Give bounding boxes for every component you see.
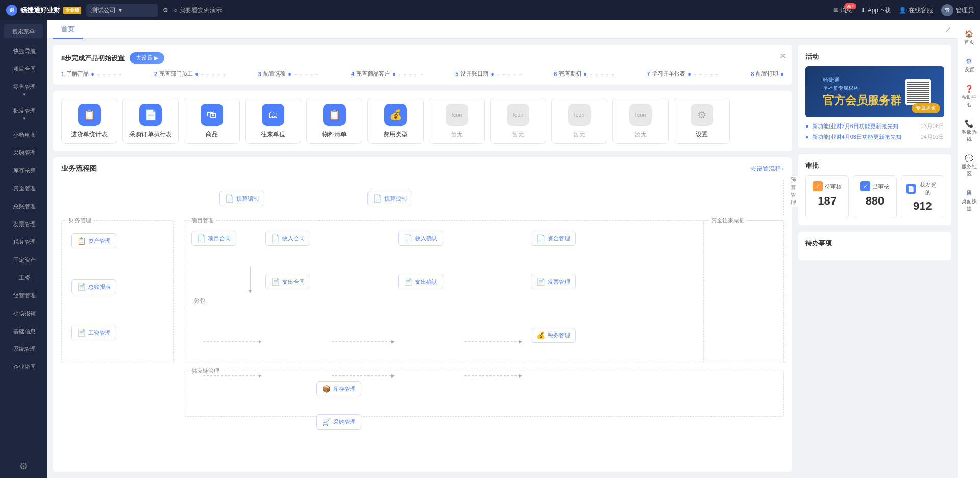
activity-banner: 畅捷通 享社群专属权益 官方会员服务群 专属通道: [805, 66, 944, 117]
sidebar-search-area: 搜索菜单: [0, 20, 47, 42]
setup-step-3[interactable]: 3 配置选项 ●: [258, 70, 291, 78]
quick-item-expense-type[interactable]: 💰 费用类型: [368, 98, 424, 144]
news-date-1: 03月06日: [921, 122, 944, 130]
purchase-mgmt-node[interactable]: 🛒 采购管理: [316, 414, 361, 430]
quick-item-partner[interactable]: 🗂 往来单位: [245, 98, 301, 144]
sidebar-label-ops: 经营管理: [13, 292, 36, 299]
sidebar-item-salary[interactable]: 工资: [0, 269, 47, 287]
step-label-7: 学习开单报表: [652, 70, 685, 78]
quick-item-placeholder4[interactable]: Icon 暂无: [612, 98, 669, 144]
app-download-button[interactable]: ⬇ App下载: [861, 6, 891, 15]
approval-pending[interactable]: ✓ 待审核 187: [805, 175, 849, 218]
quick-item-purchase-order[interactable]: 📄 采购订单执行表: [122, 98, 179, 144]
setup-step-4[interactable]: 4 完善商品客户 ●: [351, 70, 396, 78]
banner-cta-button[interactable]: 专属通道: [912, 103, 940, 113]
flow-settings-link[interactable]: 去设置流程 ›: [750, 165, 784, 173]
sidebar-item-retail[interactable]: 零售管理 ▾: [0, 78, 47, 102]
setup-step-6[interactable]: 6 完善期初 ●: [554, 70, 587, 78]
budget-section: 预算管理: [783, 180, 784, 215]
user-menu[interactable]: 管 管理员: [941, 4, 974, 16]
project-contract-node[interactable]: 📄 项目合同: [191, 231, 236, 246]
sidebar-item-expense[interactable]: 小畅报销: [0, 305, 47, 322]
tab-expand-button[interactable]: ⤢: [945, 24, 951, 34]
sidebar-settings-button[interactable]: ⚙: [0, 455, 47, 478]
banner-big: 官方会员服务群: [823, 93, 901, 108]
sidebar-item-ledger[interactable]: 总账管理: [0, 197, 47, 215]
sidebar-item-tax[interactable]: 税务管理: [0, 233, 47, 251]
setup-btn-arrow: ▶: [154, 55, 158, 61]
setup-step-7[interactable]: 7 学习开单报表 ●: [647, 70, 691, 78]
salary-mgmt-icon: 📄: [77, 329, 86, 337]
asset-mgmt-node[interactable]: 📋 资产管理: [71, 233, 116, 248]
sidebar-item-invoice[interactable]: 发票管理: [0, 215, 47, 233]
quick-item-placeholder1[interactable]: Icon 暂无: [429, 98, 485, 144]
budget-control-node[interactable]: 📄 预算控制: [368, 191, 412, 206]
right-nav-service[interactable]: 📞 客服热线: [958, 114, 980, 148]
setup-step-8[interactable]: 8 配置打印 ●: [751, 70, 784, 78]
right-nav-community[interactable]: 💬 服务社区: [958, 149, 980, 183]
sidebar-item-ops[interactable]: 经营管理: [0, 287, 47, 305]
right-nav-desktop[interactable]: 🖥 桌面快捷: [958, 184, 980, 217]
quick-item-stock-report[interactable]: 📋 进货单统计表: [61, 98, 117, 144]
setup-go-button[interactable]: 去设置 ▶: [130, 52, 164, 64]
messages-badge: 99+: [844, 3, 856, 9]
sidebar-item-finance[interactable]: 资金管理: [0, 180, 47, 197]
step-dot-6: - - - - -: [590, 71, 644, 77]
salary-mgmt-node[interactable]: 📄 工资管理: [71, 325, 116, 340]
setup-step-5[interactable]: 5 设开账日期 ●: [455, 70, 494, 78]
sidebar-item-inventory[interactable]: 库存核算: [0, 162, 47, 180]
income-confirm-node[interactable]: 📄 收入确认: [398, 231, 443, 246]
message-icon: ✉: [833, 7, 838, 14]
income-contract-node[interactable]: 📄 收入合同: [265, 231, 310, 246]
approval-initiated[interactable]: 📄 我发起的 912: [901, 175, 944, 218]
sidebar-item-fixed-assets[interactable]: 固定资产: [0, 251, 47, 269]
setup-close-button[interactable]: ✕: [779, 51, 786, 61]
setup-step-1[interactable]: 1 了解产品 ●: [61, 70, 94, 78]
inventory-mgmt-node[interactable]: 📦 库存管理: [316, 381, 361, 396]
search-menu-button[interactable]: 搜索菜单: [4, 24, 43, 38]
online-service-button[interactable]: 👤 在线客服: [899, 6, 933, 15]
quick-item-placeholder3[interactable]: Icon 暂无: [551, 98, 607, 144]
approval-approved[interactable]: ✓ 已审核 880: [853, 175, 896, 218]
right-nav-settings[interactable]: ⚙ 设置: [958, 52, 980, 79]
sidebar-item-enterprise[interactable]: 企业协同: [0, 358, 47, 376]
sidebar-item-ecommerce[interactable]: 小畅电商: [0, 126, 47, 144]
sidebar-item-system[interactable]: 系统管理: [0, 340, 47, 358]
company-selector[interactable]: 测试公司 ▾: [86, 4, 158, 17]
quick-item-settings[interactable]: ⚙ 设置: [674, 98, 730, 144]
news-date-2: 04月03日: [921, 133, 944, 141]
tax-mgmt-node[interactable]: 💰 税务管理: [531, 328, 576, 343]
news-item-1[interactable]: ● 新功能|业财3月6日功能更新抢先知 03月06日: [805, 122, 944, 130]
setup-step-2[interactable]: 2 完善部门员工 ●: [154, 70, 199, 78]
right-nav-help[interactable]: ❓ 帮助中心: [958, 80, 980, 113]
right-nav-home[interactable]: 🏠 首页: [958, 24, 980, 51]
ledger-report-node[interactable]: 📄 总账报表: [71, 279, 116, 294]
news-item-2[interactable]: ● 新功能|业财4月03日功能更新抢先知 04月03日: [805, 133, 944, 141]
supply-section-title: 供应链管理: [189, 367, 222, 375]
topbar: 财 畅捷通好业财 专业版 测试公司 ▾ ⚙ ○ 我要看实例演示 ✉ 消息 99+…: [0, 0, 980, 20]
placeholder2-label: 暂无: [512, 130, 524, 139]
right-nav-desktop-label: 桌面快捷: [959, 198, 979, 212]
sidebar-item-quick-nav[interactable]: 快捷导航: [0, 42, 47, 60]
budget-compile-node[interactable]: 📄 预算编制: [219, 191, 264, 206]
placeholder3-icon: Icon: [568, 104, 591, 126]
quick-item-goods[interactable]: 🛍 商品: [184, 98, 240, 144]
quick-item-bom[interactable]: 📋 物料清单: [306, 98, 362, 144]
tab-home[interactable]: 首页: [53, 20, 83, 39]
quick-item-placeholder2[interactable]: Icon 暂无: [490, 98, 546, 144]
approval-initiated-header: 📄 我发起的: [906, 181, 939, 196]
demo-link[interactable]: ○ 我要看实例演示: [174, 6, 222, 15]
topbar-settings-icon[interactable]: ⚙: [163, 7, 168, 14]
avatar: 管: [941, 4, 953, 16]
messages-button[interactable]: ✉ 消息 99+: [833, 6, 852, 15]
expense-contract-node[interactable]: 📄 支出合同: [265, 274, 310, 289]
capital-mgmt-node[interactable]: 📄 资金管理: [531, 231, 576, 246]
expense-confirm-node[interactable]: 📄 支出确认: [398, 274, 443, 289]
sidebar-item-purchase[interactable]: 采购管理: [0, 144, 47, 162]
invoice-mgmt-node[interactable]: 📄 发票管理: [531, 274, 576, 289]
setup-card: 8步完成产品初始设置 去设置 ▶ 1 了解产品 ● - - - - -: [53, 45, 792, 85]
sidebar-item-wholesale[interactable]: 批发管理 ▾: [0, 102, 47, 126]
salary-mgmt-label: 工资管理: [88, 329, 111, 337]
sidebar-item-basic[interactable]: 基础信息: [0, 322, 47, 340]
sidebar-item-project-contract[interactable]: 项目合同: [0, 60, 47, 78]
